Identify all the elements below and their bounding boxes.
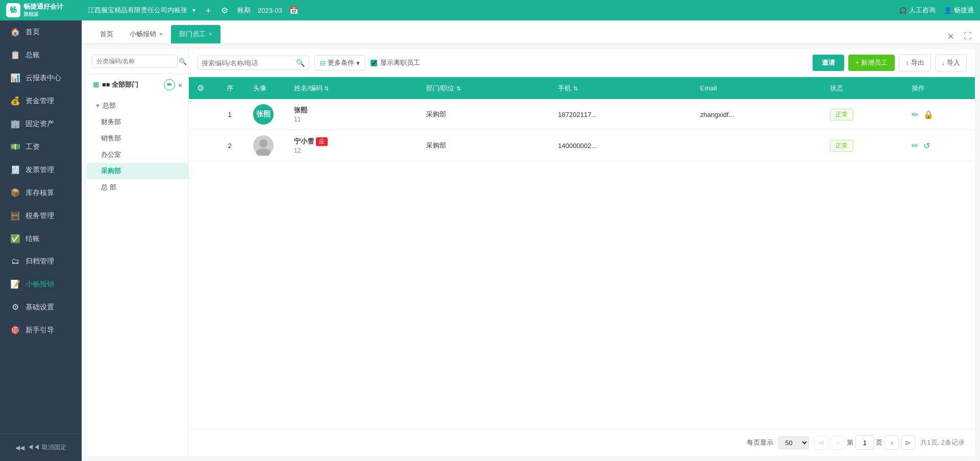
sidebar-item-settings[interactable]: ⚙ 基础设置 <box>0 296 82 319</box>
row-email: zhangxidf... <box>692 99 822 130</box>
refresh-employee-icon[interactable]: ↺ <box>923 141 930 151</box>
avatar <box>253 135 274 156</box>
dept-item-finance[interactable]: 财务部 <box>87 114 188 130</box>
cancel-fixed-button[interactable]: ◀◀ ◀◀ 取消固定 <box>0 439 82 456</box>
hq-expand-icon: ▼ <box>95 103 101 109</box>
table-row: 1 张熙 张熙 11 采购部 <box>189 99 975 130</box>
invite-button[interactable]: 邀请 <box>813 55 844 71</box>
dept-item-label: 采购部 <box>101 166 121 176</box>
dept-search-input[interactable] <box>92 55 178 68</box>
tab-employee-close-icon[interactable]: × <box>209 31 212 38</box>
tab-expense-label: 小畅报销 <box>130 30 156 39</box>
lock-employee-icon[interactable]: 🔒 <box>923 110 934 119</box>
sidebar-item-inventory[interactable]: 📦 库存核算 <box>0 181 82 204</box>
sidebar-item-ledger[interactable]: 📋 总账 <box>0 43 82 66</box>
sidebar-item-payroll[interactable]: 💵 工资 <box>0 135 82 158</box>
sidebar-item-invoice[interactable]: 🧾 发票管理 <box>0 158 82 181</box>
add-employee-button[interactable]: + 新增员工 <box>848 55 895 71</box>
row-name: 张熙 11 <box>286 99 418 130</box>
row-avatar: 张熙 <box>245 99 286 130</box>
sidebar-item-guide[interactable]: 🎯 新手引导 <box>0 319 82 342</box>
more-filter-button[interactable]: ⊟ 更多条件 ▾ <box>314 55 365 70</box>
sidebar-item-checkout[interactable]: ✅ 结账 <box>0 227 82 250</box>
last-page-button[interactable]: ⊳ <box>901 435 915 450</box>
tab-bar: 首页 小畅报销 × 部门员工 × ✕ ⛶ <box>82 20 980 44</box>
sidebar-item-reports[interactable]: 📊 云报表中心 <box>0 66 82 89</box>
gear-col-icon[interactable]: ⚙ <box>197 84 204 92</box>
edit-employee-icon[interactable]: ✏ <box>912 110 918 119</box>
tab-expense[interactable]: 小畅报销 × <box>121 25 171 43</box>
sidebar-item-expense[interactable]: 📝 小畅报销 <box>0 273 82 296</box>
calendar-icon[interactable]: 📅 <box>289 6 298 14</box>
edit-employee-icon[interactable]: ✏ <box>912 141 918 151</box>
sidebar-item-funds[interactable]: 💰 资金管理 <box>0 89 82 112</box>
sidebar-item-assets[interactable]: 🏢 固定资产 <box>0 112 82 135</box>
row-phone: 187202117... <box>550 99 692 130</box>
dept-search-icon[interactable]: 🔍 <box>179 54 187 68</box>
top-bar-right: 🎧 人工咨询 👤 畅捷通 <box>899 6 974 15</box>
show-resigned-checkbox[interactable]: 显示离职员工 <box>371 58 420 67</box>
pagination: 每页显示 10 20 50 100 ⊲ ‹ 第 <box>189 429 975 456</box>
employee-code: 12 <box>294 147 410 154</box>
top-bar: 畅 畅捷通好会计 旗舰版 江西服宝精品有限责任公司内账张 ▾ ＋ ⚙ 账期 20… <box>0 0 980 20</box>
archive-icon: 🗂 <box>10 257 20 266</box>
dept-item-label: 办公室 <box>101 150 121 159</box>
app-name: 畅捷通好会计 <box>23 3 63 11</box>
funds-icon: 💰 <box>10 96 20 106</box>
avatar: 张熙 <box>253 104 274 125</box>
col-name[interactable]: 姓名/编码 ⇅ <box>286 77 418 99</box>
search-icon[interactable]: 🔍 <box>296 59 305 67</box>
svg-point-1 <box>256 149 271 156</box>
dept-item-office[interactable]: 办公室 <box>87 147 188 163</box>
tab-expand-button[interactable]: ⛶ <box>961 29 975 43</box>
filter-icon: ⊟ <box>320 59 326 67</box>
employee-search-input[interactable] <box>202 59 293 67</box>
prev-page-button[interactable]: ‹ <box>830 435 845 450</box>
support-button[interactable]: 🎧 人工咨询 <box>899 6 936 15</box>
tab-close-button[interactable]: ✕ <box>943 29 958 43</box>
user-info[interactable]: 👤 畅捷通 <box>944 6 974 15</box>
sidebar-label: 首页 <box>26 28 40 37</box>
employee-name: 宁小雪 <box>294 137 314 146</box>
per-page-label: 每页显示 <box>747 438 773 447</box>
next-page-button[interactable]: › <box>885 435 899 450</box>
first-page-button[interactable]: ⊲ <box>814 435 828 450</box>
sidebar-item-tax[interactable]: 🧮 税务管理 <box>0 204 82 227</box>
page-input[interactable] <box>855 435 874 450</box>
dept-item-hq[interactable]: ▼ 总部 <box>87 98 188 114</box>
tab-expense-close-icon[interactable]: × <box>159 31 163 38</box>
dept-edit-icon[interactable]: ✏ <box>164 79 175 90</box>
row-gear <box>189 99 214 130</box>
export-button[interactable]: ↑ 导出 <box>899 54 931 71</box>
import-button[interactable]: ↓ 导入 <box>935 54 967 71</box>
sidebar-item-home[interactable]: 🏠 首页 <box>0 20 82 43</box>
col-gear[interactable]: ⚙ <box>189 77 214 99</box>
tab-home[interactable]: 首页 <box>92 25 121 43</box>
dept-item-general[interactable]: 总 部 <box>87 179 188 196</box>
settings-icon[interactable]: ⚙ <box>221 6 228 15</box>
dept-item-sales[interactable]: 销售部 <box>87 130 188 147</box>
sidebar-item-archive[interactable]: 🗂 归档管理 <box>0 250 82 273</box>
status-badge: 正常 <box>830 140 853 152</box>
row-status: 正常 <box>822 99 903 130</box>
resigned-checkbox-input[interactable] <box>371 60 377 66</box>
headset-icon: 🎧 <box>899 7 907 14</box>
sidebar: 🏠 首页 📋 总账 📊 云报表中心 💰 资金管理 🏢 固定资产 💵 工资 <box>0 20 82 461</box>
settings-nav-icon: ⚙ <box>10 302 20 312</box>
add-company-button[interactable]: ＋ <box>204 4 213 16</box>
employee-tag: 应 <box>316 137 328 146</box>
dept-item-purchase[interactable]: 采购部 <box>87 163 188 179</box>
per-page-select[interactable]: 10 20 50 100 <box>778 436 809 449</box>
col-email: Email <box>692 77 822 99</box>
dept-collapse-icon[interactable]: « <box>178 81 182 89</box>
sidebar-label: 归档管理 <box>26 257 54 266</box>
col-phone[interactable]: 手机 ⇅ <box>550 77 692 99</box>
employee-search-box[interactable]: 🔍 <box>197 56 309 70</box>
tab-employee[interactable]: 部门员工 × <box>171 25 220 43</box>
sidebar-label: 税务管理 <box>26 211 54 221</box>
all-dept-label[interactable]: ⊞ ■■ 全部部门 <box>93 80 138 89</box>
company-dropdown-icon[interactable]: ▾ <box>192 7 195 14</box>
sidebar-label: 新手引导 <box>26 326 54 335</box>
row-phone: 140000002... <box>550 130 692 161</box>
col-dept[interactable]: 部门/职位 ⇅ <box>418 77 550 99</box>
